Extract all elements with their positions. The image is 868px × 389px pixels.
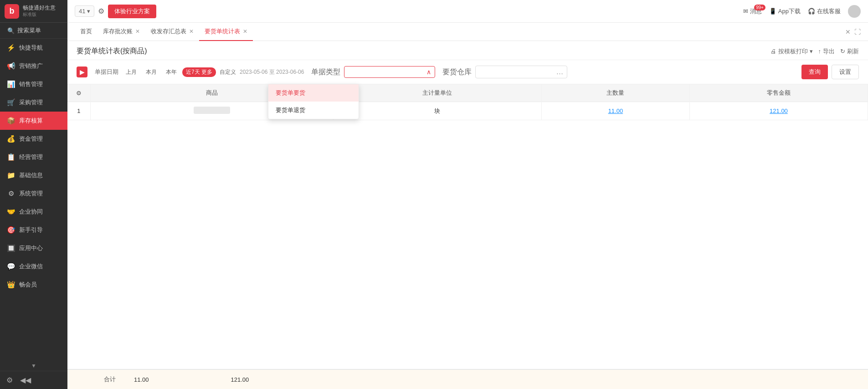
messages-btn[interactable]: ✉ 消息 99+ <box>743 7 762 15</box>
sidebar-item-appstore[interactable]: 🔲 应用中心 <box>0 239 67 257</box>
settings-footer-icon[interactable]: ⚙ <box>6 376 13 384</box>
sidebar-item-basic[interactable]: 📁 基础信息 <box>0 166 67 184</box>
sidebar-item-guide[interactable]: 🎯 新手引导 <box>0 221 67 239</box>
sidebar-item-finance[interactable]: 💰 资金管理 <box>0 130 67 148</box>
tabs-right-controls: ✕ ⛶ <box>845 28 861 36</box>
table-body: 1 块 11.00 121.00 <box>67 102 868 120</box>
sidebar-item-shortcut[interactable]: ⚡ 快捷导航 <box>0 39 67 57</box>
tab-order-stats[interactable]: 要货单统计表 ✕ <box>199 23 253 41</box>
sidebar-item-operations[interactable]: 📋 经营管理 <box>0 148 67 166</box>
tab-inventory-batch[interactable]: 库存批次账 ✕ <box>98 23 145 41</box>
print-chevron-icon: ▾ <box>810 48 813 55</box>
row-unit: 块 <box>333 102 541 120</box>
sidebar-item-purchase[interactable]: 🛒 采购管理 <box>0 93 67 112</box>
filter-bar: ▶ 单据日期 上月 本月 本年 近7天 更多 自定义 2023-05-06 至 … <box>67 60 868 84</box>
system-icon: ⚙ <box>6 189 15 198</box>
print-btn[interactable]: 🖨 按模板打印 ▾ <box>770 47 813 56</box>
query-btn[interactable]: 查询 <box>801 65 828 79</box>
shortcut-more[interactable]: 近7天 更多 <box>182 67 216 77</box>
sidebar-item-label: 经营管理 <box>19 153 43 161</box>
finance-icon: 💰 <box>6 134 15 143</box>
data-table: ⚙ 商品 主计量单位 主数量 零售金额 1 块 <box>67 84 868 120</box>
sidebar-item-sales[interactable]: 📊 销售管理 <box>0 75 67 93</box>
app-version: 标准版 <box>23 11 56 18</box>
breadcrumb-value: 41 <box>79 8 85 15</box>
date-filter-group: 单据日期 上月 本月 本年 近7天 更多 自定义 2023-05-06 至 20… <box>95 67 304 77</box>
sidebar-footer: ⚙ ◀◀ <box>0 371 67 389</box>
content-area: 要货单统计表(按商品) 🖨 按模板打印 ▾ ↑ 导出 ↻ 刷新 ▶ <box>67 41 868 389</box>
page-title: 要货单统计表(按商品) <box>77 46 147 56</box>
sidebar-item-vip[interactable]: 👑 畅会员 <box>0 276 67 294</box>
tabs-bar: 首页 库存批次账 ✕ 收发存汇总表 ✕ 要货单统计表 ✕ ✕ ⛶ <box>67 23 868 41</box>
sidebar-search[interactable]: 🔍 搜索菜单 <box>0 23 67 39</box>
main-area: 41 ▾ ⚙ 体验行业方案 ✉ 消息 99+ 📱 App下载 🎧 在线客服 <box>67 0 868 389</box>
doc-type-input[interactable] <box>348 69 426 76</box>
print-icon: 🖨 <box>770 48 776 55</box>
tab-shipment-summary[interactable]: 收发存汇总表 ✕ <box>145 23 199 41</box>
tab-shipment-summary-close[interactable]: ✕ <box>189 28 194 35</box>
shortcut-custom[interactable]: 自定义 <box>220 68 236 76</box>
sidebar-item-label: 基础信息 <box>19 171 43 179</box>
tab-order-stats-close[interactable]: ✕ <box>243 28 247 35</box>
table-gear-icon[interactable]: ⚙ <box>76 90 82 97</box>
user-avatar[interactable] <box>848 5 861 18</box>
table-header-row: ⚙ 商品 主计量单位 主数量 零售金额 <box>67 84 868 102</box>
dropdown-item-order[interactable]: 要货单要货 <box>268 84 359 102</box>
filter-expand-btn[interactable]: ▶ <box>77 67 87 77</box>
table-footer: 合计 11.00 121.00 <box>67 369 868 389</box>
page-header: 要货单统计表(按商品) 🖨 按模板打印 ▾ ↑ 导出 ↻ 刷新 <box>67 41 868 60</box>
enterprise-icon: 🤝 <box>6 207 15 216</box>
collapse-sidebar-icon[interactable]: ◀◀ <box>20 376 31 384</box>
doc-type-label: 单据类型 <box>311 67 340 77</box>
export-btn[interactable]: ↑ 导出 <box>818 47 835 56</box>
warehouse-more-icon[interactable]: … <box>556 68 563 76</box>
filter-settings-btn[interactable]: 设置 <box>832 65 859 79</box>
sidebar-item-label: 采购管理 <box>19 98 43 107</box>
app-download-label: App下载 <box>778 7 801 15</box>
messages-badge: 99+ <box>754 5 765 10</box>
dropdown-item-return[interactable]: 要货单退货 <box>268 102 359 119</box>
sidebar-item-label: 畅会员 <box>19 281 37 289</box>
sidebar-item-inventory[interactable]: 📦 库存核算 <box>0 112 67 130</box>
tab-fullscreen-icon[interactable]: ⛶ <box>854 28 861 36</box>
tab-home[interactable]: 首页 <box>75 23 98 41</box>
app-download-btn[interactable]: 📱 App下载 <box>769 7 801 15</box>
tab-close-all-icon[interactable]: ✕ <box>845 28 851 36</box>
tab-inventory-batch-close[interactable]: ✕ <box>135 28 140 35</box>
row-amount[interactable]: 121.00 <box>689 102 868 120</box>
shortcut-this-year[interactable]: 本年 <box>162 67 180 77</box>
page-actions: 🖨 按模板打印 ▾ ↑ 导出 ↻ 刷新 <box>770 47 859 56</box>
guide-icon: 🎯 <box>6 225 15 235</box>
col-amount: 零售金额 <box>689 84 868 102</box>
topbar-gear-icon[interactable]: ⚙ <box>98 7 104 15</box>
row-quantity[interactable]: 11.00 <box>541 102 689 120</box>
sidebar-item-label: 新手引导 <box>19 226 43 234</box>
online-service-label: 在线客服 <box>817 7 841 15</box>
breadcrumb-select[interactable]: 41 ▾ <box>75 5 94 17</box>
sidebar-scroll-down[interactable]: ▼ <box>0 361 67 371</box>
doc-type-dropdown: 要货单要货 要货单退货 <box>268 84 359 119</box>
sidebar-item-label: 企业协同 <box>19 208 43 216</box>
marketing-icon: 📢 <box>6 61 15 71</box>
sidebar-item-enterprise[interactable]: 🤝 企业协同 <box>0 203 67 221</box>
shortcut-last-month[interactable]: 上月 <box>122 67 140 77</box>
sidebar-item-system[interactable]: ⚙ 系统管理 <box>0 184 67 203</box>
breadcrumb-chevron-icon: ▾ <box>87 8 90 15</box>
date-shortcuts: 上月 本月 本年 近7天 更多 <box>122 67 216 77</box>
purchase-icon: 🛒 <box>6 98 15 107</box>
warehouse-input[interactable] <box>479 69 556 76</box>
doc-type-chevron-icon[interactable]: ∧ <box>426 68 431 76</box>
refresh-label: 刷新 <box>847 47 859 56</box>
refresh-btn[interactable]: ↻ 刷新 <box>840 47 859 56</box>
industry-btn[interactable]: 体验行业方案 <box>108 5 156 18</box>
doc-type-filter-group: 单据类型 ∧ <box>311 66 435 78</box>
shortcut-this-month[interactable]: 本月 <box>142 67 160 77</box>
topbar: 41 ▾ ⚙ 体验行业方案 ✉ 消息 99+ 📱 App下载 🎧 在线客服 <box>67 0 868 23</box>
sidebar-item-wechat[interactable]: 💬 企业微信 <box>0 257 67 276</box>
topbar-left: 41 ▾ ⚙ 体验行业方案 <box>75 5 738 18</box>
sales-icon: 📊 <box>6 80 15 89</box>
refresh-icon: ↻ <box>840 48 845 55</box>
online-service-btn[interactable]: 🎧 在线客服 <box>808 7 841 15</box>
sidebar-item-marketing[interactable]: 📢 营销推广 <box>0 57 67 75</box>
warehouse-filter-group: 要货仓库 … <box>442 66 794 78</box>
